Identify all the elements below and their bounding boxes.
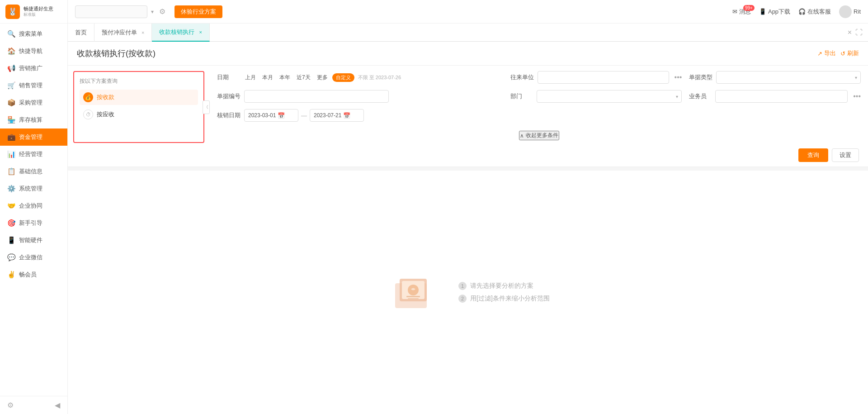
filter-date-dash: — <box>301 112 307 119</box>
filter-field-doctype: 单据类型 ▾ <box>689 71 861 84</box>
filter-option-by-receivable[interactable]: ⏱ 按应收 <box>80 107 198 122</box>
filter-option-icon-receivable: ⏱ <box>83 109 93 119</box>
app-name: 畅捷通好生意 <box>24 5 53 12</box>
sidebar-item-smart[interactable]: 📱 智能硬件 <box>0 232 67 249</box>
empty-step-2-num: 2 <box>458 295 467 303</box>
industry-button[interactable]: 休验行业方案 <box>175 5 222 18</box>
query-button[interactable]: 查询 <box>798 148 828 162</box>
filter-select-dept[interactable] <box>537 90 682 103</box>
filter-panel: 按以下方案查询 💰 按收款 ⏱ 按应收 《 <box>68 66 868 148</box>
sidebar-item-sales[interactable]: 🛒 销售管理 <box>0 77 67 94</box>
filter-verifydate-start[interactable]: 2023-03-01 📅 <box>244 109 298 122</box>
verify-date-end-text: 2023-07-21 <box>314 112 341 119</box>
collapse-icon[interactable]: ◀ <box>55 401 60 409</box>
app-download-btn[interactable]: 📱 App下载 <box>759 8 790 16</box>
filter-counterpart-dots[interactable]: ••• <box>675 73 682 81</box>
action-bar: 查询 设置 <box>68 148 868 167</box>
online-service-icon: 🎧 <box>798 8 806 15</box>
tab-home-label: 首页 <box>75 29 87 37</box>
sidebar-item-label-basic: 基础信息 <box>19 167 42 176</box>
user-area[interactable]: Rit <box>839 5 861 18</box>
topbar-gear-icon[interactable]: ⚙ <box>159 7 165 16</box>
empty-state: 1 请先选择要分析的方案 2 用[过滤]条件来缩小分析范围 <box>68 171 868 414</box>
sidebar-item-label-guide: 新手引导 <box>19 219 42 227</box>
filter-label-dept: 部门 <box>510 92 533 100</box>
filter-label-doctype: 单据类型 <box>689 73 712 81</box>
svg-rect-4 <box>406 296 420 297</box>
filter-option-by-receipt[interactable]: 💰 按收款 <box>80 90 198 105</box>
app-download-icon: 📱 <box>759 8 766 15</box>
filter-label-verifydate: 核销日期 <box>217 111 241 119</box>
filter-select-doctype[interactable] <box>716 71 861 84</box>
sidebar-item-inventory[interactable]: 🏪 库存核算 <box>0 111 67 128</box>
filter-date-7days[interactable]: 近7天 <box>295 73 312 82</box>
filter-date-more[interactable]: 更多 <box>315 73 330 82</box>
more-conditions-row: ∧ 收起更多条件 <box>217 128 861 143</box>
filter-date-last-month[interactable]: 上月 <box>243 73 258 82</box>
filter-input-counterpart[interactable] <box>538 71 669 84</box>
refresh-icon: ↺ <box>840 50 845 57</box>
filter-verifydate-end[interactable]: 2023-07-21 📅 <box>310 109 364 122</box>
more-conditions-up-icon: ∧ <box>520 133 524 139</box>
tab-home[interactable]: 首页 <box>68 24 94 42</box>
sidebar-item-wechat[interactable]: 💬 企业微信 <box>0 249 67 266</box>
tab-window-expand-icon[interactable]: ⛶ <box>855 29 863 37</box>
sidebar-item-system[interactable]: ⚙️ 系统管理 <box>0 180 67 197</box>
tab-prepay-label: 预付冲应付单 <box>102 29 137 37</box>
filter-date-custom[interactable]: 自定义 <box>332 73 354 82</box>
message-btn[interactable]: ✉ 消息 99+ <box>732 8 751 16</box>
settings-button[interactable]: 设置 <box>832 148 859 162</box>
sidebar-item-enterprise[interactable]: 🤝 企业协同 <box>0 197 67 214</box>
filter-label-date: 日期 <box>217 73 240 81</box>
page-header: 收款核销执行(按收款) ↗ 导出 ↺ 刷新 <box>68 42 868 66</box>
purchase-icon: 📦 <box>7 99 15 107</box>
online-service-btn[interactable]: 🎧 在线客服 <box>798 8 831 16</box>
topbar-search-input[interactable] <box>75 5 147 18</box>
filter-field-verifydate: 核销日期 2023-03-01 📅 — 2023-07-21 📅 <box>217 109 861 122</box>
filter-staff-dots[interactable]: ••• <box>853 92 861 100</box>
tab-receipt-close[interactable]: × <box>199 29 202 35</box>
app-badge: 标准版 <box>24 12 53 18</box>
sidebar-item-label-wechat: 企业微信 <box>19 253 42 262</box>
tab-window-close-icon[interactable]: × <box>848 29 852 37</box>
message-badge: 99+ <box>743 5 755 11</box>
sidebar-item-label-operation: 经营管理 <box>19 150 42 158</box>
settings-icon[interactable]: ⚙ <box>7 401 14 409</box>
filter-input-docnumber[interactable] <box>244 90 389 103</box>
tab-receipt[interactable]: 收款核销执行 × <box>152 24 209 42</box>
export-button[interactable]: ↗ 导出 <box>817 49 836 57</box>
filter-date-this-year[interactable]: 本年 <box>278 73 292 82</box>
filter-scheme-panel: 按以下方案查询 💰 按收款 ⏱ 按应收 《 <box>73 71 204 143</box>
sales-icon: 🛒 <box>7 81 15 90</box>
sidebar-item-label-smart: 智能硬件 <box>19 236 42 244</box>
filter-collapse-button[interactable]: 《 <box>203 100 210 114</box>
empty-text-item-1: 1 请先选择要分析的方案 <box>458 282 550 290</box>
sidebar-item-finance[interactable]: 💼 资金管理 <box>0 128 67 146</box>
sidebar-item-purchase[interactable]: 📦 采购管理 <box>0 94 67 111</box>
sidebar-item-label-system: 系统管理 <box>19 185 42 193</box>
app-logo: 🐰 畅捷通好生意 标准版 <box>0 0 67 24</box>
sidebar-item-marketing[interactable]: 📢 营销推广 <box>0 60 67 77</box>
sidebar-item-basic[interactable]: 📋 基础信息 <box>0 163 67 180</box>
page-header-actions: ↗ 导出 ↺ 刷新 <box>817 49 859 64</box>
filter-input-staff[interactable] <box>715 90 848 103</box>
topbar-chevron-icon[interactable]: ▾ <box>151 9 154 15</box>
tabs-right-actions: × ⛶ <box>848 29 868 37</box>
avatar <box>839 5 852 18</box>
topbar-search-area: ▾ ⚙ <box>75 5 165 18</box>
sidebar-item-operation[interactable]: 📊 经营管理 <box>0 146 67 163</box>
filter-option-icon-receipt: 💰 <box>83 92 93 102</box>
sidebar-item-quick-nav[interactable]: 🏠 快捷导航 <box>0 43 67 60</box>
empty-step-1-num: 1 <box>458 282 467 290</box>
sidebar-item-member[interactable]: ✌ 畅会员 <box>0 266 67 283</box>
tab-prepay[interactable]: 预付冲应付单 × <box>94 24 152 42</box>
more-conditions-button[interactable]: ∧ 收起更多条件 <box>519 131 559 140</box>
tab-prepay-close[interactable]: × <box>142 30 144 35</box>
filter-conditions: 日期 上月 本月 本年 近7天 更多 自定义 不限 至 2023-07-26 <box>210 66 868 148</box>
sidebar-item-guide[interactable]: 🎯 新手引导 <box>0 214 67 232</box>
sidebar: 🐰 畅捷通好生意 标准版 🔍 搜索菜单 🏠 快捷导航 📢 营销推广 🛒 销售管理… <box>0 0 68 414</box>
filter-date-this-month[interactable]: 本月 <box>260 73 275 82</box>
refresh-button[interactable]: ↺ 刷新 <box>840 49 859 57</box>
filter-field-dept: 部门 ▾ <box>510 90 682 103</box>
sidebar-item-search[interactable]: 🔍 搜索菜单 <box>0 25 67 43</box>
